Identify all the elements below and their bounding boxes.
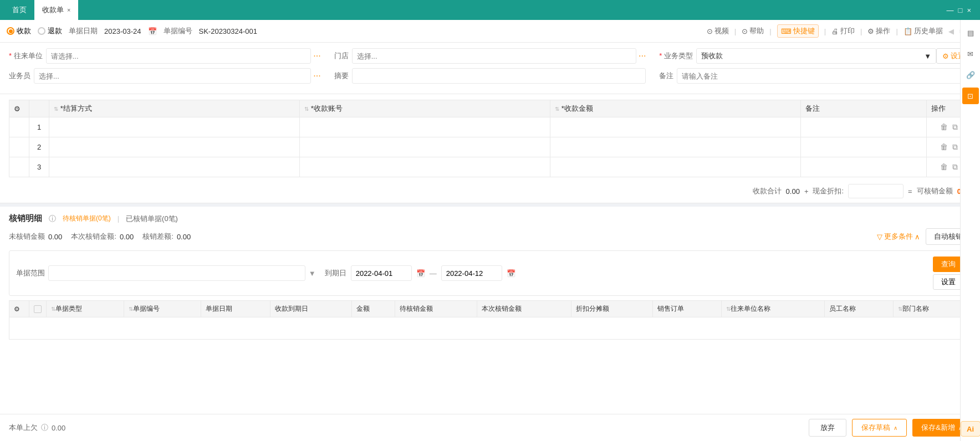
pending-tab[interactable]: 待核销单据(0笔)	[63, 214, 111, 223]
row3-copy-icon[interactable]: ⧉	[952, 162, 958, 172]
main-content: 收款 退款 单据日期 2023-03-24 📅 单据编号 SK-20230324…	[0, 20, 980, 441]
plus-sign: +	[804, 187, 809, 196]
shop-more-icon[interactable]: ···	[639, 51, 646, 61]
receipt-refund-radio: 收款 退款	[7, 26, 62, 36]
row1-delete-icon[interactable]: 🗑	[940, 122, 948, 132]
done-tab[interactable]: 已核销单据(0笔)	[126, 214, 178, 224]
bth-partner: ⇅往来单位名称	[722, 301, 825, 317]
remark-field: 备注	[659, 68, 971, 84]
filter-icon: ▽	[877, 233, 882, 241]
due-date-from-input[interactable]	[351, 265, 412, 281]
to-calendar-icon[interactable]: 📅	[507, 269, 515, 278]
bth-staff: 员工名称	[824, 301, 893, 317]
crop-icon: ⊡	[967, 92, 973, 100]
range-select-input[interactable]	[48, 265, 305, 281]
sidebar-ai-button[interactable]: Ai	[961, 421, 981, 437]
window-controls: — □ ×	[942, 6, 976, 14]
diff-value: 0.00	[177, 233, 191, 241]
calendar-icon[interactable]: 📅	[148, 27, 157, 35]
date-value: 2023-03-24	[104, 27, 141, 35]
window-close-icon[interactable]: ×	[967, 6, 971, 14]
radio-receipt-label: 收款	[17, 26, 31, 36]
bth-settings[interactable]: ⚙	[9, 301, 29, 317]
row1-amount[interactable]	[550, 117, 801, 137]
bottom-table-empty-row	[9, 317, 971, 340]
row1-settings	[9, 117, 29, 137]
row1-copy-icon[interactable]: ⧉	[952, 122, 958, 132]
shortcut-icon: ⌨	[781, 27, 792, 35]
select-all-checkbox[interactable]	[34, 305, 42, 313]
current-label: 本次核销金额:	[71, 232, 116, 242]
sidebar-link-icon[interactable]: 🔗	[962, 66, 979, 83]
radio-refund[interactable]: 退款	[38, 26, 62, 36]
remark-label: 备注	[659, 71, 677, 81]
table-row: 3 🗑 ⧉	[9, 157, 971, 177]
row2-settings	[9, 137, 29, 157]
history-icon: 📋	[904, 27, 912, 35]
row3-amount[interactable]	[550, 157, 801, 177]
bth-checkbox[interactable]	[29, 301, 47, 317]
discount-input[interactable]	[848, 184, 904, 198]
row2-remark[interactable]	[801, 137, 927, 157]
tab-close-icon[interactable]: ×	[67, 0, 70, 20]
row1-payment[interactable]	[49, 117, 300, 137]
bottom-bar: 本单上欠 ⓘ 0.00 放弃 保存草稿 ∧ 保存&新增 ∧	[0, 414, 980, 441]
tab-home[interactable]: 首页	[4, 0, 34, 20]
table-row: 1 🗑 ⧉	[9, 117, 971, 137]
discount-label: 现金折扣:	[813, 186, 844, 196]
row1-remark[interactable]	[801, 117, 927, 137]
row3-remark[interactable]	[801, 157, 927, 177]
print-btn[interactable]: 🖨 打印	[831, 26, 855, 36]
maximize-icon[interactable]: □	[958, 6, 963, 14]
table-header-row: ⚙ ⇅ *结算方式 ⇅ *收款账号 ⇅ *收款金额 备注	[9, 100, 971, 117]
from-calendar-icon[interactable]: 📅	[416, 269, 425, 278]
row2-account[interactable]	[300, 137, 550, 157]
link-icon: 🔗	[966, 71, 975, 79]
th-remark: 备注	[801, 100, 927, 117]
shortcut-btn[interactable]: ⌨ 快捷键	[777, 24, 819, 38]
partner-more-icon[interactable]: ···	[313, 51, 320, 61]
row3-account[interactable]	[300, 157, 550, 177]
table-settings-button[interactable]: 设置	[933, 274, 964, 290]
shortcut-label: 快捷键	[793, 26, 815, 36]
save-draft-button[interactable]: 保存草稿 ∧	[852, 419, 907, 437]
row2-payment[interactable]	[49, 137, 300, 157]
staff-input[interactable]	[34, 68, 311, 84]
more-conditions-btn[interactable]: ▽ 更多条件 ∧	[877, 232, 920, 242]
minimize-icon[interactable]: —	[947, 6, 954, 14]
th-settings[interactable]: ⚙	[9, 100, 29, 117]
tab-receipt[interactable]: 收款单 ×	[34, 0, 78, 20]
shop-input[interactable]	[352, 48, 636, 64]
row3-payment[interactable]	[49, 157, 300, 177]
row2-delete-icon[interactable]: 🗑	[940, 142, 948, 152]
row2-copy-icon[interactable]: ⧉	[952, 142, 958, 152]
row1-account[interactable]	[300, 117, 550, 137]
range-actions: 查询 设置	[933, 257, 964, 290]
row3-delete-icon[interactable]: 🗑	[940, 162, 948, 172]
date-range-field: 到期日 📅 — 📅	[325, 265, 924, 281]
bottom-info-label: 本单上欠	[9, 423, 38, 433]
sidebar-table-icon[interactable]: ▤	[962, 24, 979, 41]
due-date-to-input[interactable]	[441, 265, 502, 281]
row2-amount[interactable]	[550, 137, 801, 157]
radio-receipt[interactable]: 收款	[7, 26, 31, 36]
abandon-button[interactable]: 放弃	[809, 419, 846, 437]
remark-input[interactable]	[677, 68, 971, 84]
staff-more-icon[interactable]: ···	[313, 71, 320, 81]
partner-input[interactable]	[46, 48, 312, 64]
video-btn[interactable]: ⊙ 视频	[707, 26, 729, 36]
th-account: ⇅ *收款账号	[300, 100, 550, 117]
sidebar-crop-icon[interactable]: ⊡	[962, 88, 979, 104]
operations-btn[interactable]: ⚙ 操作	[867, 26, 890, 36]
query-button[interactable]: 查询	[933, 257, 964, 272]
range-chevron-icon[interactable]: ▼	[309, 269, 316, 278]
summary-input[interactable]	[352, 68, 646, 84]
help-btn[interactable]: ⊙ 帮助	[742, 26, 764, 36]
sidebar-mail-icon[interactable]: ✉	[962, 45, 979, 62]
partner-field: * 往来单位 ···	[9, 48, 321, 64]
date-separator: —	[430, 269, 437, 278]
history-btn[interactable]: 📋 历史单据	[904, 26, 943, 36]
business-type-select[interactable]: 预收款 ▼	[696, 48, 936, 64]
th-amount-label: *收款金额	[562, 104, 593, 112]
summary-label: 摘要	[334, 71, 352, 81]
